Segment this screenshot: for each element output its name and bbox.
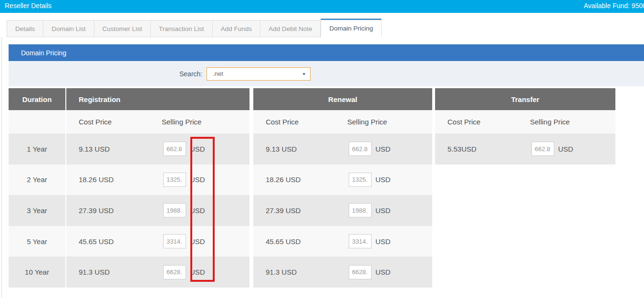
currency-label: USD bbox=[375, 237, 391, 246]
renewal-selling-cell: USD bbox=[343, 164, 432, 195]
registration-table: Duration Registration Cost Price Selling… bbox=[9, 88, 249, 288]
renewal-selling-input[interactable] bbox=[349, 234, 372, 248]
transfer-cost-value: 5.53USD bbox=[435, 134, 525, 164]
renewal-selling-input[interactable] bbox=[349, 173, 372, 187]
registration-selling-cell: USD bbox=[157, 164, 249, 195]
registration-selling-input[interactable] bbox=[163, 234, 186, 248]
group-header-transfer: Transfer bbox=[435, 88, 615, 110]
renewal-cost-value: 45.65 USD bbox=[253, 226, 343, 257]
tld-select-value: .net bbox=[213, 70, 223, 77]
registration-cost-value: 45.65 USD bbox=[66, 226, 157, 257]
search-row: Search: .net ▼ bbox=[9, 61, 644, 86]
registration-selling-cell: USD bbox=[157, 195, 249, 226]
currency-label: USD bbox=[375, 145, 391, 153]
page-title: Reseller Details bbox=[5, 2, 52, 10]
available-fund-label: Available Fund: 9500 bbox=[584, 2, 644, 10]
currency-label: USD bbox=[558, 145, 573, 153]
registration-selling-cell: USD bbox=[157, 226, 249, 257]
tab-domain-pricing[interactable]: Domain Pricing bbox=[321, 19, 382, 37]
registration-selling-input[interactable] bbox=[163, 173, 186, 187]
tab-details[interactable]: Details bbox=[7, 20, 43, 37]
renewal-cost-value: 27.39 USD bbox=[253, 195, 343, 226]
duration-cell: 2 Year bbox=[9, 164, 66, 195]
renewal-selling-cell: USD bbox=[343, 195, 432, 226]
transfer-selling-cell: USD bbox=[525, 134, 615, 164]
renewal-cost-value: 9.13 USD bbox=[253, 134, 343, 164]
registration-selling-input[interactable] bbox=[163, 265, 186, 279]
currency-label: USD bbox=[190, 206, 205, 215]
registration-cost-header: Cost Price bbox=[66, 110, 157, 134]
currency-label: USD bbox=[375, 175, 391, 184]
renewal-selling-cell: USD bbox=[343, 257, 432, 288]
currency-label: USD bbox=[190, 145, 205, 153]
renewal-selling-cell: USD bbox=[343, 134, 432, 164]
duration-cell: 3 Year bbox=[9, 195, 66, 226]
column-header-duration: Duration bbox=[9, 88, 66, 110]
registration-selling-input[interactable] bbox=[163, 203, 186, 217]
currency-label: USD bbox=[190, 268, 205, 276]
subheader-spacer bbox=[9, 110, 66, 134]
registration-selling-input[interactable] bbox=[163, 142, 186, 156]
panel-title: Domain Pricing bbox=[21, 49, 66, 57]
transfer-cost-header: Cost Price bbox=[435, 110, 525, 134]
duration-cell: 10 Year bbox=[9, 257, 66, 288]
renewal-selling-input[interactable] bbox=[349, 265, 372, 279]
renewal-selling-input[interactable] bbox=[349, 142, 372, 156]
tab-add-debit-note[interactable]: Add Debit Note bbox=[260, 20, 321, 37]
registration-cost-value: 27.39 USD bbox=[66, 195, 157, 226]
tld-select[interactable]: .net ▼ bbox=[207, 67, 311, 81]
renewal-selling-cell: USD bbox=[343, 226, 432, 257]
transfer-selling-header: Selling Price bbox=[525, 110, 615, 134]
renewal-cost-value: 91.3 USD bbox=[253, 257, 343, 288]
search-label: Search: bbox=[179, 70, 202, 78]
group-header-renewal: Renewal bbox=[253, 88, 432, 110]
group-header-registration: Registration bbox=[66, 88, 249, 110]
registration-selling-cell: USD bbox=[157, 134, 249, 164]
registration-cost-value: 9.13 USD bbox=[66, 134, 157, 164]
renewal-table: Renewal Cost Price Selling Price 9.13 US… bbox=[253, 88, 432, 288]
tab-customer-list[interactable]: Customer List bbox=[94, 20, 151, 37]
registration-selling-cell: USD bbox=[157, 257, 249, 288]
pricing-tables: Duration Registration Cost Price Selling… bbox=[9, 88, 615, 288]
transfer-selling-input[interactable] bbox=[531, 142, 554, 156]
panel-header: Domain Pricing bbox=[9, 44, 644, 61]
currency-label: USD bbox=[190, 175, 205, 184]
currency-label: USD bbox=[375, 268, 391, 276]
transfer-table: Transfer Cost Price Selling Price 5.53US… bbox=[435, 88, 615, 164]
currency-label: USD bbox=[190, 237, 205, 246]
top-bar: Reseller Details Available Fund: 9500 bbox=[0, 0, 644, 13]
renewal-selling-input[interactable] bbox=[349, 203, 372, 217]
registration-selling-header: Selling Price bbox=[157, 110, 249, 134]
duration-cell: 1 Year bbox=[9, 134, 66, 164]
renewal-selling-header: Selling Price bbox=[343, 110, 432, 134]
tab-transaction-list[interactable]: Transaction List bbox=[151, 20, 213, 37]
tab-add-funds[interactable]: Add Funds bbox=[213, 20, 260, 37]
registration-cost-value: 91.3 USD bbox=[66, 257, 157, 288]
panel-left-border bbox=[1, 37, 2, 298]
currency-label: USD bbox=[375, 206, 391, 215]
registration-cost-value: 18.26 USD bbox=[66, 164, 157, 195]
tab-bar: Details Domain List Customer List Transa… bbox=[7, 20, 382, 37]
tab-domain-list[interactable]: Domain List bbox=[43, 20, 94, 37]
renewal-cost-value: 18.26 USD bbox=[253, 164, 343, 195]
renewal-cost-header: Cost Price bbox=[253, 110, 343, 134]
duration-cell: 5 Year bbox=[9, 226, 66, 257]
chevron-down-icon: ▼ bbox=[302, 72, 306, 76]
